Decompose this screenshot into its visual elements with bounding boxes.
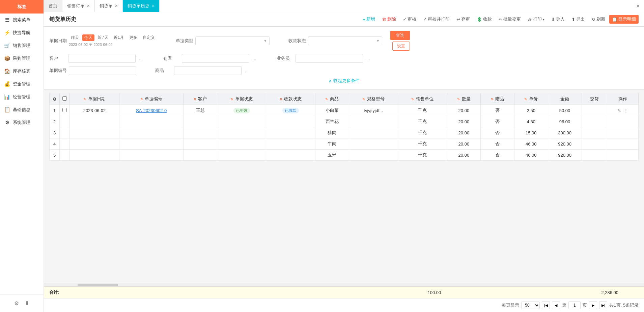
date-tag-7days[interactable]: 近7天 <box>96 34 110 41</box>
sidebar-item-inventory-calc[interactable]: 🏠 库存核算 <box>0 65 44 78</box>
total-amount: 2,286.00 <box>601 290 618 295</box>
current-page-input[interactable] <box>568 301 581 309</box>
sidebar-item-basic-info[interactable]: 📋 基础信息 <box>0 103 44 116</box>
audit-print-button[interactable]: ✓ 审核并打印 <box>420 15 452 24</box>
date-tag-more[interactable]: 更多 <box>127 34 139 41</box>
sort-icon-gift: ⇅ <box>491 97 494 101</box>
col-pay-status[interactable]: ⇅ 收款状态 <box>266 93 315 105</box>
audit-button[interactable]: ✓ 审核 <box>400 15 419 24</box>
collapse-more-btn[interactable]: ∧ 收起更多条件 <box>49 76 639 85</box>
set-button[interactable]: 设置 <box>392 42 410 51</box>
goods-input[interactable] <box>174 66 242 75</box>
date-tag-yesterday[interactable]: 昨天 <box>69 34 81 41</box>
col-goods[interactable]: ⇅ 商品 <box>315 93 349 105</box>
pause-icon[interactable]: ⏸ <box>24 300 30 307</box>
sidebar-item-label: 销售管理 <box>13 43 30 49</box>
settings-icon[interactable]: ⚙ <box>14 300 19 307</box>
page-size-select[interactable]: 20 50 100 <box>521 302 540 309</box>
sidebar-item-sys-mgmt[interactable]: ⚙ 系统管理 <box>0 116 44 129</box>
select-all-checkbox[interactable] <box>62 96 67 101</box>
customer-dots[interactable]: ... <box>138 55 144 62</box>
date-tag-1month[interactable]: 近1月 <box>112 34 126 41</box>
tab-sales-history-close[interactable]: ✕ <box>151 4 155 8</box>
salesperson-input[interactable] <box>296 54 363 63</box>
page-content: 销货单历史 + 新增 🗑 删除 ✓ 审核 ✓ 审核并打印 ↩ 弃审 <box>44 12 644 312</box>
show-detail-button[interactable]: 📋 显示明细 <box>609 15 639 24</box>
abandon-button[interactable]: ↩ 弃审 <box>454 15 473 24</box>
delete-button[interactable]: 🗑 删除 <box>379 15 399 24</box>
row-checkbox[interactable] <box>62 108 67 112</box>
col-docno[interactable]: ⇅ 单据编号 <box>119 93 184 105</box>
horizontal-scrollbar[interactable] <box>44 283 644 286</box>
filter-docno-item: 单据编号 <box>49 66 136 75</box>
col-date[interactable]: ⇅ 单据日期 <box>70 93 119 105</box>
warehouse-dots[interactable]: ... <box>251 55 258 62</box>
total-label: 合计: <box>49 289 59 295</box>
cell-spec <box>349 150 398 161</box>
cell-qty: 20.00 <box>447 150 481 161</box>
salesperson-dots[interactable]: ... <box>365 55 371 62</box>
tab-sales-goods-close[interactable]: ✕ <box>115 4 118 8</box>
tab-sales-order[interactable]: 销售订单 ✕ <box>62 0 95 12</box>
batch-change-button[interactable]: ✏ 批量变更 <box>496 15 524 24</box>
sort-icon: ⇅ <box>83 97 86 101</box>
new-button[interactable]: + 新增 <box>360 15 378 24</box>
prev-page-btn[interactable]: ◀ <box>552 301 560 309</box>
filter-customer-item: 客户 ... <box>49 54 144 63</box>
col-spec[interactable]: ⇅ 规格型号 <box>349 93 398 105</box>
abandon-icon: ↩ <box>456 17 460 22</box>
query-button[interactable]: 查询 <box>390 31 410 40</box>
pay-status-select[interactable]: ▾ <box>308 36 382 45</box>
col-gear[interactable]: ⚙ <box>50 93 60 105</box>
date-tag-today[interactable]: 今天 <box>82 34 94 41</box>
cell-docno[interactable]: SA-20230602-0 <box>119 105 184 116</box>
cell-goods: 猪肉 <box>315 127 349 138</box>
col-qty[interactable]: ⇅ 数量 <box>447 93 481 105</box>
filter-salesperson-item: 业务员 ... <box>277 54 371 63</box>
tab-home[interactable]: 首页 <box>44 0 62 12</box>
cell-goods: 牛肉 <box>315 138 349 150</box>
sidebar-item-finance-mgmt[interactable]: 💰 资金管理 <box>0 78 44 90</box>
scrollbar-thumb[interactable] <box>78 284 118 286</box>
tab-sales-order-close[interactable]: ✕ <box>87 4 90 8</box>
date-tag-custom[interactable]: 自定义 <box>141 34 157 41</box>
docno-input[interactable] <box>69 66 136 75</box>
col-gift[interactable]: ⇅ 赠品 <box>481 93 514 105</box>
tab-sales-history[interactable]: 销货单历史 ✕ <box>123 0 160 12</box>
sidebar-item-sales-mgmt[interactable]: 🛒 销售管理 <box>0 39 44 52</box>
first-page-btn[interactable]: |◀ <box>542 301 550 309</box>
cell-gift: 否 <box>481 150 514 161</box>
cell-docstatus <box>217 116 266 127</box>
sidebar-item-biz-mgmt[interactable]: 📊 经营管理 <box>0 90 44 103</box>
print-button[interactable]: 🖨 打印 ▾ <box>525 15 547 24</box>
sidebar-item-label: 快捷导航 <box>13 30 30 36</box>
sidebar-item-search-menu[interactable]: ☰ 搜索菜单 <box>0 14 44 26</box>
col-unit[interactable]: ⇅ 销售单位 <box>398 93 447 105</box>
total-info: 共1页, 5条记录 <box>609 302 639 308</box>
tab-bar-close[interactable]: ✕ <box>632 3 644 9</box>
receive-button[interactable]: 💲 收款 <box>474 15 495 24</box>
col-doc-status[interactable]: ⇅ 单据状态 <box>217 93 266 105</box>
goods-dots[interactable]: ... <box>244 68 250 74</box>
sidebar-item-quick-nav[interactable]: ⚡ 快捷导航 <box>0 26 44 39</box>
tab-sales-goods[interactable]: 销货单 ✕ <box>95 0 123 12</box>
col-price[interactable]: ⇅ 单价 <box>514 93 548 105</box>
gear-icon[interactable]: ⚙ <box>53 97 57 102</box>
next-page-btn[interactable]: ▶ <box>589 301 597 309</box>
customer-input[interactable] <box>68 54 136 63</box>
table-footer: 合计: 100.00 2,286.00 <box>44 286 644 298</box>
doc-type-select[interactable]: ▾ <box>195 36 270 45</box>
col-customer[interactable]: ⇅ 客户 <box>184 93 217 105</box>
refresh-button[interactable]: ↻ 刷新 <box>589 15 608 24</box>
last-page-btn[interactable]: ▶| <box>599 301 607 309</box>
audit-icon: ✓ <box>403 17 407 22</box>
cell-checkbox <box>60 116 70 127</box>
import-button[interactable]: ⬇ 导入 <box>549 15 567 24</box>
batch-change-icon: ✏ <box>499 17 502 22</box>
sidebar-item-purchase-mgmt[interactable]: 📦 采购管理 <box>0 52 44 65</box>
pay-status-arrow-icon: ▾ <box>377 38 379 43</box>
more-op-btn[interactable]: ⋮ <box>623 108 629 113</box>
edit-op-btn[interactable]: ✎ <box>617 108 622 113</box>
export-button[interactable]: ⬆ 导出 <box>569 15 588 24</box>
warehouse-input[interactable] <box>182 54 249 63</box>
